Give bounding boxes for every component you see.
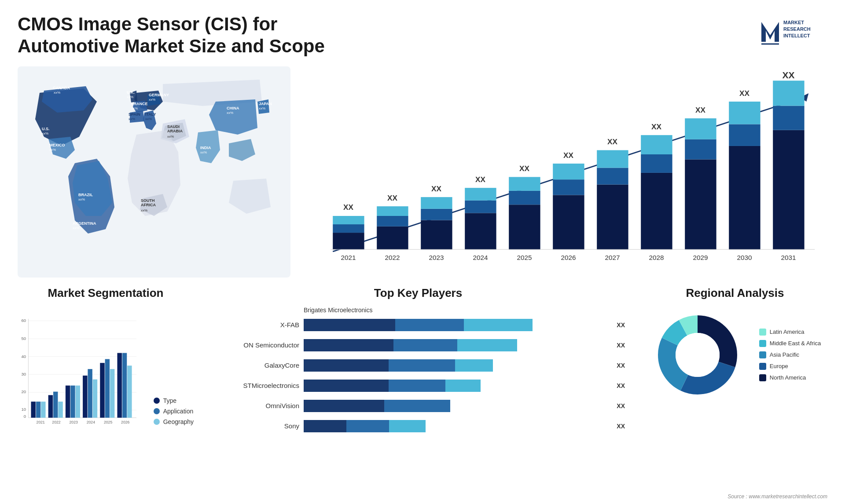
svg-rect-77 — [641, 154, 672, 173]
svg-rect-117 — [53, 391, 58, 417]
svg-rect-81 — [685, 159, 716, 249]
seg-legend: Type Application Geography — [154, 397, 194, 425]
svg-text:2031: 2031 — [781, 254, 796, 261]
svg-rect-66 — [553, 195, 584, 249]
svg-text:xx%: xx% — [54, 91, 60, 95]
legend-mea-label: Middle East & Africa — [770, 340, 821, 347]
svg-text:xx%: xx% — [127, 95, 133, 99]
svg-text:2028: 2028 — [649, 254, 664, 261]
svg-text:RESEARCH: RESEARCH — [783, 26, 811, 32]
svg-text:XX: XX — [782, 69, 794, 80]
player-name-sony: Sony — [211, 422, 299, 430]
legend-type: Type — [154, 397, 194, 404]
legend-type-dot — [154, 398, 160, 404]
player-name-omni: OmniVision — [211, 402, 299, 409]
svg-rect-58 — [465, 188, 496, 201]
svg-text:xx%: xx% — [200, 150, 207, 154]
svg-text:xx%: xx% — [141, 208, 147, 212]
svg-text:60: 60 — [22, 318, 26, 323]
legend-geography-label: Geography — [163, 418, 194, 425]
player-name-on: ON Semiconductor — [211, 341, 299, 349]
svg-rect-121 — [70, 385, 75, 417]
player-name-st: STMicroelectronics — [211, 382, 299, 389]
player-bar-sony — [304, 420, 609, 432]
legend-apac-label: Asia Pacific — [770, 351, 799, 358]
svg-rect-86 — [729, 146, 760, 249]
player-bar-omni — [304, 400, 609, 412]
player-row-galaxy: GalaxyCore XX — [211, 359, 625, 372]
player-value-on: XX — [617, 342, 625, 349]
svg-rect-57 — [465, 201, 496, 213]
svg-rect-88 — [729, 102, 760, 124]
legend-europe-color — [759, 363, 766, 370]
svg-rect-134 — [127, 365, 132, 417]
svg-text:xx%: xx% — [73, 226, 79, 230]
svg-text:2027: 2027 — [605, 254, 620, 261]
svg-text:xx%: xx% — [129, 117, 135, 121]
svg-text:ARABIA: ARABIA — [167, 129, 183, 133]
legend-na-color — [759, 374, 766, 381]
player-bar-xfab — [304, 319, 609, 331]
svg-rect-125 — [88, 369, 92, 418]
svg-rect-116 — [48, 395, 53, 417]
svg-text:GERMANY: GERMANY — [149, 93, 169, 97]
svg-point-141 — [676, 333, 720, 377]
logo-container: MARKET RESEARCH INTELLECT — [757, 13, 827, 48]
svg-rect-68 — [553, 164, 584, 179]
svg-text:SPAIN: SPAIN — [129, 112, 140, 117]
svg-rect-53 — [421, 197, 452, 209]
bottom-section: Market Segmentation 60 50 40 30 20 10 0 — [18, 286, 827, 453]
svg-text:ARGENTINA: ARGENTINA — [73, 221, 96, 226]
market-seg-chart: 60 50 40 30 20 10 0 — [18, 307, 140, 438]
svg-rect-82 — [685, 139, 716, 159]
world-map: CANADA xx% U.S. xx% MEXICO xx% BRAZIL xx… — [18, 66, 290, 278]
svg-rect-46 — [377, 226, 408, 249]
svg-rect-62 — [509, 191, 540, 205]
svg-text:xx%: xx% — [259, 106, 265, 110]
legend-mea-color — [759, 340, 766, 347]
legend-apac: Asia Pacific — [759, 351, 821, 358]
player-value-galaxy: XX — [617, 362, 625, 369]
svg-text:2030: 2030 — [737, 254, 752, 261]
svg-text:XX: XX — [607, 137, 617, 146]
svg-text:2026: 2026 — [121, 420, 129, 424]
donut-legend: Latin America Middle East & Africa Asia … — [759, 329, 821, 381]
svg-text:2026: 2026 — [561, 254, 576, 261]
svg-text:xx%: xx% — [78, 197, 85, 201]
svg-text:MARKET: MARKET — [783, 20, 804, 25]
key-players-note: Brigates Microelectronics — [304, 307, 625, 314]
svg-text:2022: 2022 — [52, 420, 60, 424]
svg-text:2022: 2022 — [385, 254, 400, 261]
svg-rect-112 — [31, 402, 35, 418]
player-value-xfab: XX — [617, 321, 625, 329]
donut-container: Latin America Middle East & Africa Asia … — [643, 307, 827, 403]
svg-rect-61 — [509, 205, 540, 249]
legend-europe: Europe — [759, 363, 821, 370]
svg-text:2023: 2023 — [70, 420, 78, 424]
company-logo: MARKET RESEARCH INTELLECT — [757, 13, 827, 48]
svg-text:10: 10 — [22, 407, 26, 412]
svg-text:xx%: xx% — [49, 148, 56, 152]
svg-text:2025: 2025 — [517, 254, 532, 261]
svg-text:CANADA: CANADA — [53, 86, 70, 90]
player-row-st: STMicroelectronics XX — [211, 380, 625, 392]
player-value-sony: XX — [617, 423, 625, 430]
player-row-xfab: X-FAB XX — [211, 319, 625, 331]
key-players-section: Top Key Players Brigates Microelectronic… — [202, 286, 634, 453]
svg-marker-0 — [761, 22, 779, 42]
svg-text:xx%: xx% — [42, 131, 48, 135]
svg-text:XX: XX — [695, 106, 705, 114]
legend-geography: Geography — [154, 418, 194, 425]
svg-rect-41 — [333, 233, 364, 249]
svg-text:U.S.: U.S. — [42, 127, 50, 131]
svg-rect-78 — [641, 135, 672, 154]
svg-text:2021: 2021 — [341, 254, 356, 261]
main-content: CANADA xx% U.S. xx% MEXICO xx% BRAZIL xx… — [18, 66, 827, 278]
svg-rect-126 — [93, 379, 97, 417]
svg-text:xx%: xx% — [149, 98, 155, 102]
svg-text:XX: XX — [739, 88, 749, 97]
svg-text:2023: 2023 — [429, 254, 444, 261]
svg-rect-83 — [685, 118, 716, 139]
svg-text:XX: XX — [563, 150, 573, 159]
svg-text:30: 30 — [22, 372, 26, 376]
